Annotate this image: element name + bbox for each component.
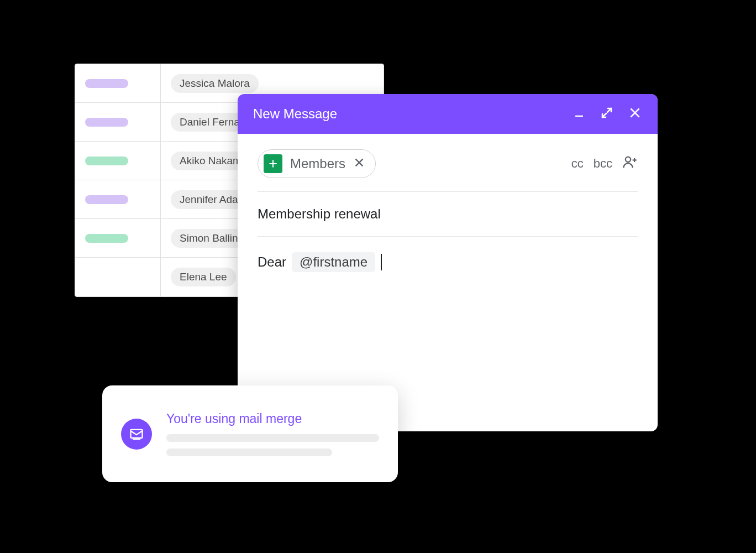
- status-pill: [85, 234, 128, 243]
- message-body[interactable]: Dear @firstname: [258, 237, 638, 288]
- status-pill: [85, 118, 128, 127]
- sheets-icon: [264, 154, 282, 173]
- placeholder-line: [166, 448, 332, 456]
- svg-point-7: [626, 157, 631, 162]
- cc-button[interactable]: cc: [571, 156, 584, 171]
- mail-merge-toast: You're using mail merge: [102, 385, 398, 482]
- contact-chip[interactable]: Elena Lee: [171, 268, 236, 286]
- chip-remove-icon[interactable]: [353, 156, 365, 171]
- expand-icon[interactable]: [600, 106, 613, 122]
- status-pill: [85, 195, 128, 204]
- compose-header: New Message: [238, 94, 658, 134]
- bcc-button[interactable]: bcc: [594, 156, 612, 171]
- mail-merge-icon: [121, 419, 152, 450]
- recipient-label: Members: [290, 156, 345, 171]
- compose-title: New Message: [253, 106, 337, 122]
- toast-title: You're using mail merge: [166, 411, 379, 426]
- status-pill: [85, 79, 128, 88]
- contact-chip[interactable]: Jessica Malora: [171, 74, 259, 93]
- subject-input[interactable]: Membership renewal: [258, 192, 638, 237]
- body-text: Dear: [258, 254, 286, 270]
- minimize-icon[interactable]: [573, 106, 586, 122]
- text-cursor: [381, 254, 382, 270]
- recipient-chip[interactable]: Members: [258, 149, 376, 178]
- status-pill: [85, 156, 128, 165]
- close-icon[interactable]: [628, 106, 642, 122]
- placeholder-line: [166, 434, 379, 442]
- merge-tag[interactable]: @firstname: [292, 252, 375, 272]
- add-person-icon[interactable]: [622, 154, 638, 173]
- compose-window: New Message Members: [238, 94, 658, 431]
- recipients-row[interactable]: Members cc bcc: [258, 149, 638, 192]
- svg-rect-10: [131, 429, 143, 437]
